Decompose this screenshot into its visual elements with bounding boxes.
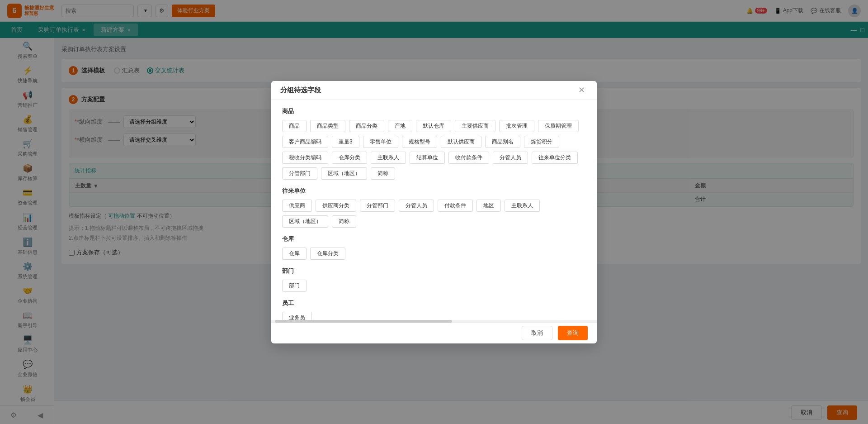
field-tag-expiry-mgmt[interactable]: 保质期管理 bbox=[538, 120, 579, 132]
field-tag-warehouse-cat[interactable]: 仓库分类 bbox=[310, 248, 345, 260]
field-tag-manage-dept[interactable]: 分管部门 bbox=[360, 200, 395, 212]
dept-section-title: 部门 bbox=[282, 267, 586, 275]
modal-title: 分组待选字段 bbox=[280, 86, 321, 95]
field-tag-main-contact2[interactable]: 主联系人 bbox=[505, 200, 540, 212]
field-tag-weight3[interactable]: 重量3 bbox=[332, 136, 359, 148]
field-tag-abbr[interactable]: 简称 bbox=[371, 167, 395, 180]
goods-section-title: 商品 bbox=[282, 107, 586, 115]
counterpart-field-tags: 供应商 供应商分类 分管部门 分管人员 付款条件 地区 主联系人 区域（地区） … bbox=[282, 200, 586, 228]
field-tag-default-warehouse[interactable]: 默认仓库 bbox=[416, 120, 451, 132]
warehouse-field-tags: 仓库 仓库分类 bbox=[282, 248, 586, 260]
field-section-goods: 商品 商品 商品类型 商品分类 产地 默认仓库 主要供应商 批次管理 保质期管理… bbox=[282, 107, 586, 180]
dept-field-tags: 部门 bbox=[282, 280, 586, 292]
modal: 分组待选字段 ✕ 商品 商品 商品类型 商品分类 产地 默认仓库 主要供应商 批… bbox=[271, 81, 597, 343]
field-tag-origin[interactable]: 产地 bbox=[388, 120, 412, 132]
field-tag-goods-alias[interactable]: 商品别名 bbox=[485, 136, 520, 148]
field-tag-retail-unit[interactable]: 零售单位 bbox=[363, 136, 398, 148]
field-tag-warehouse-category[interactable]: 仓库分类 bbox=[332, 152, 367, 164]
field-section-counterpart: 往来单位 供应商 供应商分类 分管部门 分管人员 付款条件 地区 主联系人 区域… bbox=[282, 187, 586, 228]
employee-field-tags: 业务员 bbox=[282, 312, 586, 320]
field-tag-goods-category[interactable]: 商品分类 bbox=[349, 120, 384, 132]
field-tag-region[interactable]: 区域（地区） bbox=[321, 167, 367, 180]
modal-close-btn[interactable]: ✕ bbox=[575, 84, 588, 96]
field-tag-dept[interactable]: 部门 bbox=[282, 280, 307, 292]
field-section-dept: 部门 部门 bbox=[282, 267, 586, 292]
modal-cancel-btn[interactable]: 取消 bbox=[522, 326, 552, 340]
field-tag-supplier-category[interactable]: 供应商分类 bbox=[316, 200, 356, 212]
field-tag-supplier[interactable]: 供应商 bbox=[282, 200, 312, 212]
field-tag-tax-code[interactable]: 税收分类编码 bbox=[282, 152, 328, 164]
field-tag-area[interactable]: 地区 bbox=[476, 200, 501, 212]
warehouse-section-title: 仓库 bbox=[282, 235, 586, 243]
field-tag-main-supplier[interactable]: 主要供应商 bbox=[455, 120, 495, 132]
counterpart-section-title: 往来单位 bbox=[282, 187, 586, 195]
field-section-employee: 员工 业务员 bbox=[282, 299, 586, 320]
field-tag-manage-person[interactable]: 分管人员 bbox=[399, 200, 434, 212]
field-tag-settlement-unit[interactable]: 结算单位 bbox=[410, 152, 445, 164]
field-tag-default-supplier[interactable]: 默认供应商 bbox=[441, 136, 481, 148]
field-tag-payment-terms[interactable]: 收付款条件 bbox=[448, 152, 489, 164]
horizontal-scroll-thumb bbox=[275, 320, 452, 323]
field-tag-salesperson[interactable]: 业务员 bbox=[282, 312, 312, 320]
field-tag-region2[interactable]: 区域（地区） bbox=[282, 215, 328, 228]
modal-footer: 取消 查询 bbox=[271, 323, 597, 343]
goods-field-tags: 商品 商品类型 商品分类 产地 默认仓库 主要供应商 批次管理 保质期管理 客户… bbox=[282, 120, 586, 180]
field-tag-payment-condition[interactable]: 付款条件 bbox=[438, 200, 473, 212]
modal-header: 分组待选字段 ✕ bbox=[271, 81, 597, 100]
field-section-warehouse: 仓库 仓库 仓库分类 bbox=[282, 235, 586, 260]
modal-overlay: 分组待选字段 ✕ 商品 商品 商品类型 商品分类 产地 默认仓库 主要供应商 批… bbox=[0, 0, 868, 424]
field-tag-goods-type[interactable]: 商品类型 bbox=[310, 120, 345, 132]
field-tag-spec-model[interactable]: 规格型号 bbox=[402, 136, 437, 148]
field-tag-cust-goods-code[interactable]: 客户商品编码 bbox=[282, 136, 328, 148]
modal-confirm-btn[interactable]: 查询 bbox=[558, 326, 588, 340]
field-tag-goods[interactable]: 商品 bbox=[282, 120, 307, 132]
field-tag-supervisor[interactable]: 分管人员 bbox=[493, 152, 528, 164]
field-tag-counterpart-category[interactable]: 往来单位分类 bbox=[532, 152, 578, 164]
field-tag-warehouse[interactable]: 仓库 bbox=[282, 248, 307, 260]
field-tag-abbr2[interactable]: 简称 bbox=[332, 215, 356, 228]
field-tag-batch-mgmt[interactable]: 批次管理 bbox=[499, 120, 534, 132]
modal-body: 商品 商品 商品类型 商品分类 产地 默认仓库 主要供应商 批次管理 保质期管理… bbox=[271, 100, 597, 320]
field-tag-main-contact[interactable]: 主联系人 bbox=[371, 152, 406, 164]
field-tag-refine-points[interactable]: 炼货积分 bbox=[524, 136, 559, 148]
employee-section-title: 员工 bbox=[282, 299, 586, 307]
field-tag-dept-sup[interactable]: 分管部门 bbox=[282, 167, 317, 180]
